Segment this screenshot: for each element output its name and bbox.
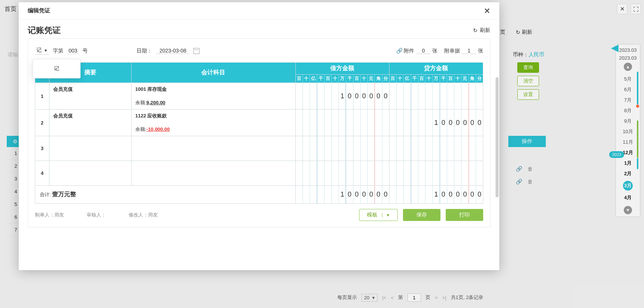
digit-cell[interactable]: [433, 83, 440, 109]
digit-cell[interactable]: [310, 83, 317, 109]
digit-cell[interactable]: [469, 161, 476, 185]
digit-cell[interactable]: [418, 161, 425, 185]
digit-cell[interactable]: [418, 186, 425, 203]
digit-cell[interactable]: 0: [461, 110, 469, 136]
save-button[interactable]: 保存: [403, 209, 440, 221]
digit-cell[interactable]: [361, 136, 368, 161]
digit-cell[interactable]: [404, 161, 411, 185]
digit-cell[interactable]: [368, 136, 375, 161]
digit-cell[interactable]: [325, 186, 332, 203]
digit-cell[interactable]: [339, 136, 346, 161]
digit-cell[interactable]: 1: [433, 186, 440, 203]
digit-cell[interactable]: 0: [361, 186, 368, 203]
digit-cell[interactable]: [332, 136, 339, 161]
digit-cell[interactable]: [317, 110, 324, 136]
digit-cell[interactable]: [317, 161, 324, 185]
digit-cell[interactable]: [325, 110, 332, 136]
digit-cell[interactable]: [397, 110, 404, 136]
digit-cell[interactable]: 0: [375, 186, 382, 203]
digit-cell[interactable]: [310, 186, 317, 203]
digit-cell[interactable]: [440, 161, 447, 185]
digit-cell[interactable]: [296, 136, 303, 161]
summary-cell[interactable]: 会员充值: [49, 110, 131, 136]
calendar-icon[interactable]: [193, 48, 199, 54]
digit-cell[interactable]: [447, 136, 454, 161]
digit-cell[interactable]: [404, 110, 411, 136]
voucher-type-option[interactable]: 记: [33, 65, 80, 72]
digit-cell[interactable]: 0: [447, 186, 454, 203]
digit-cell[interactable]: [411, 136, 418, 161]
digit-cell[interactable]: [382, 110, 389, 136]
digit-cell[interactable]: [317, 186, 324, 203]
digit-cell[interactable]: [375, 110, 382, 136]
digit-cell[interactable]: [476, 136, 483, 161]
digit-cell[interactable]: [303, 110, 310, 136]
digit-cell[interactable]: [325, 161, 332, 185]
voucher-number-input[interactable]: 003: [67, 48, 79, 54]
digit-cell[interactable]: [397, 83, 404, 109]
digit-cell[interactable]: 0: [353, 83, 361, 109]
digit-cell[interactable]: [411, 110, 418, 136]
digit-cell[interactable]: [389, 186, 397, 203]
debit-cell[interactable]: [295, 136, 389, 161]
digit-cell[interactable]: 0: [476, 186, 483, 203]
digit-cell[interactable]: [296, 83, 303, 109]
digit-cell[interactable]: [389, 83, 397, 109]
digit-cell[interactable]: [346, 161, 353, 185]
digit-cell[interactable]: 0: [382, 186, 389, 203]
digit-cell[interactable]: [397, 161, 404, 185]
form-count-input[interactable]: 1: [461, 48, 476, 54]
summary-cell[interactable]: [49, 136, 131, 161]
digit-cell[interactable]: [332, 186, 339, 203]
digit-cell[interactable]: [382, 136, 389, 161]
digit-cell[interactable]: [361, 161, 368, 185]
digit-cell[interactable]: [425, 186, 433, 203]
digit-cell[interactable]: 1: [339, 186, 346, 203]
digit-cell[interactable]: 0: [454, 186, 461, 203]
digit-cell[interactable]: 1: [433, 110, 440, 136]
digit-cell[interactable]: [361, 110, 368, 136]
refresh-button[interactable]: ↻ 刷新: [473, 27, 490, 34]
digit-cell[interactable]: [310, 110, 317, 136]
digit-cell[interactable]: [310, 161, 317, 185]
subject-cell[interactable]: [131, 161, 295, 186]
digit-cell[interactable]: [440, 83, 447, 109]
digit-cell[interactable]: [411, 161, 418, 185]
voucher-type-dropdown[interactable]: 记 ▼: [35, 47, 49, 55]
credit-cell[interactable]: [389, 161, 483, 186]
digit-cell[interactable]: [317, 136, 324, 161]
digit-cell[interactable]: 0: [461, 186, 469, 203]
digit-cell[interactable]: [310, 136, 317, 161]
digit-cell[interactable]: 0: [454, 110, 461, 136]
digit-cell[interactable]: [332, 83, 339, 109]
credit-cell[interactable]: [389, 83, 483, 110]
digit-cell[interactable]: [411, 83, 418, 109]
digit-cell[interactable]: [317, 83, 324, 109]
digit-cell[interactable]: [303, 161, 310, 185]
digit-cell[interactable]: [375, 161, 382, 185]
digit-cell[interactable]: [353, 136, 361, 161]
digit-cell[interactable]: 0: [469, 186, 476, 203]
digit-cell[interactable]: [296, 110, 303, 136]
digit-cell[interactable]: [425, 161, 433, 185]
digit-cell[interactable]: [476, 83, 483, 109]
digit-cell[interactable]: [433, 136, 440, 161]
digit-cell[interactable]: [461, 83, 469, 109]
digit-cell[interactable]: [404, 186, 411, 203]
digit-cell[interactable]: [382, 161, 389, 185]
digit-cell[interactable]: [425, 83, 433, 109]
digit-cell[interactable]: [303, 83, 310, 109]
date-input[interactable]: 2023-03-08: [156, 48, 190, 54]
scrollbar-thumb[interactable]: [496, 77, 499, 197]
digit-cell[interactable]: [325, 136, 332, 161]
digit-cell[interactable]: [353, 161, 361, 185]
digit-cell[interactable]: [447, 161, 454, 185]
digit-cell[interactable]: 0: [476, 110, 483, 136]
summary-cell[interactable]: [49, 161, 131, 186]
digit-cell[interactable]: [346, 136, 353, 161]
digit-cell[interactable]: [425, 136, 433, 161]
digit-cell[interactable]: [368, 110, 375, 136]
digit-cell[interactable]: [397, 136, 404, 161]
digit-cell[interactable]: 1: [339, 83, 346, 109]
subject-cell[interactable]: 1001 库存现金余额:9,200.00: [131, 83, 295, 110]
